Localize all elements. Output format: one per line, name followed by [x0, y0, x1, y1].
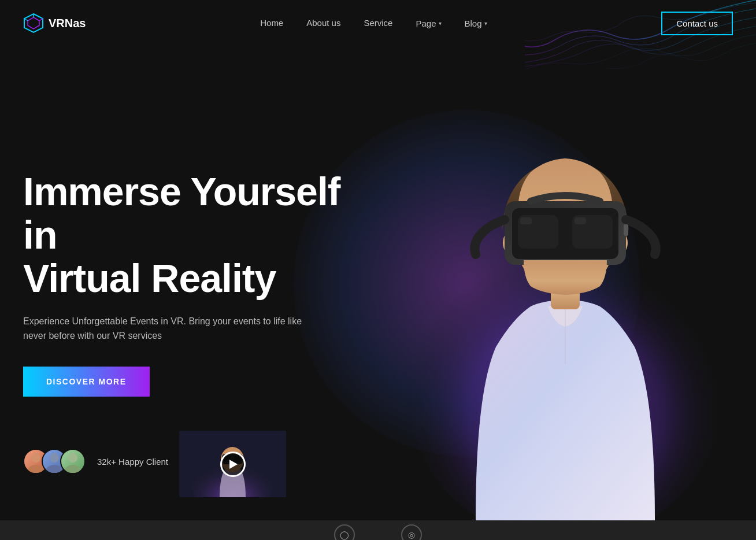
video-thumbnail[interactable] — [179, 431, 286, 497]
bottom-icon-1[interactable]: ◯ — [334, 524, 355, 540]
discover-more-button[interactable]: DISCOVER MORE — [23, 367, 150, 397]
page-chevron-icon: ▾ — [439, 20, 442, 27]
happy-client-count: 32k+ Happy Client — [97, 457, 168, 467]
svg-marker-1 — [28, 17, 39, 29]
svg-point-26 — [65, 465, 81, 473]
navbar: VRNas Home About us Service Page ▾ Blog … — [0, 0, 756, 46]
hero-title: Immerse Yourself in Virtual Reality — [23, 170, 370, 299]
svg-point-23 — [50, 453, 59, 463]
video-play-button[interactable] — [220, 452, 246, 477]
svg-point-25 — [68, 453, 77, 463]
hero-section: Immerse Yourself in Virtual Reality Expe… — [0, 46, 756, 520]
svg-point-22 — [28, 465, 44, 473]
logo-icon — [23, 13, 44, 34]
hero-subtitle: Experience Unforgettable Events in VR. B… — [23, 314, 312, 343]
nav-item-about[interactable]: About us — [306, 18, 340, 28]
blog-chevron-icon: ▾ — [484, 20, 487, 27]
hero-vr-image — [375, 46, 756, 520]
avatar-group — [23, 449, 86, 474]
nav-item-blog[interactable]: Blog ▾ — [465, 19, 487, 28]
vr-person-svg — [380, 46, 750, 520]
bottom-icon-2[interactable]: ◎ — [401, 524, 422, 540]
hero-content: Immerse Yourself in Virtual Reality Expe… — [0, 170, 393, 397]
play-icon — [229, 460, 238, 469]
svg-rect-18 — [575, 217, 586, 224]
nav-item-page[interactable]: Page ▾ — [416, 19, 441, 28]
svg-point-24 — [46, 465, 62, 473]
svg-rect-19 — [624, 224, 628, 236]
nav-item-home[interactable]: Home — [260, 18, 283, 28]
wave-decoration — [525, 0, 756, 75]
nav-links: Home About us Service Page ▾ Blog ▾ — [260, 18, 487, 28]
avatar — [60, 449, 86, 474]
bottom-bar: ◯ ◎ — [0, 520, 756, 540]
nav-item-service[interactable]: Service — [364, 18, 392, 28]
svg-rect-17 — [520, 217, 532, 224]
svg-point-21 — [31, 453, 40, 463]
hero-bottom: 32k+ Happy Client — [23, 449, 168, 474]
logo-text: VRNas — [49, 17, 86, 30]
logo[interactable]: VRNas — [23, 13, 86, 34]
